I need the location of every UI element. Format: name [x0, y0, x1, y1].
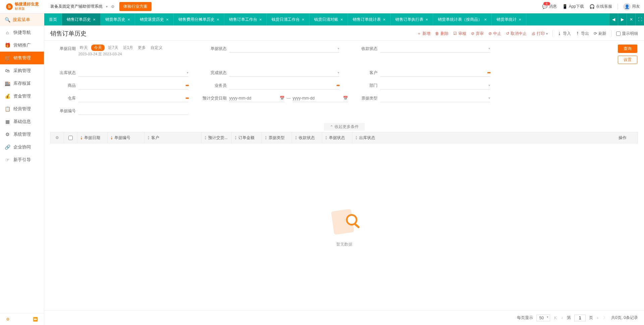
tab[interactable]: 钱货日清工作台✕ — [267, 13, 309, 25]
refresh-button[interactable]: ⟳刷新 — [594, 31, 606, 37]
sidebar-item[interactable]: 💰资金管理 — [0, 90, 44, 103]
export-button[interactable]: ⭱导出 — [576, 31, 589, 37]
warehouse-picker[interactable]: ••• — [78, 94, 188, 102]
collapse-sidebar-icon[interactable]: ⏩ — [33, 317, 38, 322]
date-chip[interactable]: 更多 — [136, 45, 147, 51]
user-menu[interactable]: 👤 用友 — [623, 3, 640, 10]
close-icon[interactable]: ✕ — [166, 18, 169, 21]
salesman-picker[interactable]: ••• — [229, 81, 339, 89]
tab[interactable]: 销货单统计表（按商品）✕ — [433, 13, 492, 25]
doc-no-input[interactable] — [78, 107, 188, 115]
sidebar-item[interactable]: 🔗企业协同 — [0, 141, 44, 153]
settings-icon[interactable]: ⚙ — [6, 317, 10, 322]
product-picker[interactable]: ••• — [78, 81, 188, 89]
tab[interactable]: 销货单统计✕ — [492, 13, 526, 25]
close-icon[interactable]: ✕ — [259, 18, 262, 21]
doc-status-select[interactable]: ▾ — [229, 45, 339, 53]
close-icon[interactable]: ✕ — [519, 18, 521, 21]
setting-button[interactable]: 设置 — [618, 56, 637, 64]
online-service-link[interactable]: 🎧 在线客服 — [589, 4, 612, 9]
query-button[interactable]: 查询 — [618, 45, 637, 53]
date-chip[interactable]: 今天 — [91, 45, 105, 51]
sidebar-search[interactable]: 🔍 搜索菜单 — [0, 13, 44, 26]
close-icon[interactable]: ✕ — [93, 18, 96, 21]
next-page-button[interactable]: › — [596, 316, 599, 320]
abandon-button[interactable]: ⊘弃审 — [471, 31, 484, 37]
select-all[interactable] — [64, 132, 77, 143]
sidebar-item[interactable]: 📋经营管理 — [0, 103, 44, 115]
expect-date-from[interactable]: 📅 — [229, 94, 285, 102]
date-chip[interactable]: 昨天 — [78, 45, 89, 51]
close-icon[interactable]: ✕ — [127, 18, 130, 21]
dept-select[interactable]: ▾ — [380, 81, 490, 89]
tab[interactable]: 首页 — [44, 13, 62, 25]
date-chip[interactable]: 自定义 — [149, 45, 164, 51]
industry-plan-button[interactable]: 体验行业方案 — [119, 2, 152, 11]
tab[interactable]: 销售订单历史✕ — [62, 13, 101, 25]
print-button[interactable]: 🖨打印 ▾ — [531, 31, 548, 37]
unstop-button[interactable]: ↺取消中止 — [506, 31, 527, 37]
tab[interactable]: 销售费用分摊单历史✕ — [174, 13, 224, 25]
tab-fullscreen[interactable]: ⛶ — [635, 13, 644, 25]
out-status-select[interactable]: ▾ — [78, 69, 188, 77]
table-column[interactable]: ▲▼单据编号 — [108, 132, 144, 143]
tab[interactable]: 销货退货历史✕ — [135, 13, 174, 25]
table-column[interactable]: ▲▼票据类型 — [262, 132, 292, 143]
tab-scroll-left[interactable]: ◀ — [609, 13, 618, 25]
prev-page-button[interactable]: ‹ — [561, 316, 564, 320]
ticket-type-select[interactable]: ▾ — [380, 94, 490, 102]
page-input[interactable] — [574, 315, 586, 321]
table-column[interactable]: ▲▼预计交货... — [201, 132, 232, 143]
tab[interactable]: 钱货日清对账✕ — [309, 13, 348, 25]
table-column[interactable]: ▲▼单据状态 — [322, 132, 352, 143]
column-settings[interactable]: ⚙ — [51, 132, 64, 143]
messages-link[interactable]: 💬 消息 — [542, 4, 557, 9]
customer-picker[interactable]: ••• — [380, 69, 490, 77]
date-to-input[interactable] — [293, 96, 343, 101]
sidebar-item[interactable]: 🎁营销推广 — [0, 39, 44, 52]
sidebar-item[interactable]: 🏬库存核算 — [0, 77, 44, 90]
table-column[interactable]: ▲▼单据日期 — [77, 132, 108, 143]
show-detail-checkbox[interactable] — [616, 31, 621, 36]
expect-date-to[interactable]: 📅 — [293, 94, 348, 102]
table-column[interactable]: ▲▼收款状态 — [292, 132, 322, 143]
app-download-link[interactable]: 📱 App下载 — [562, 4, 584, 9]
delete-button[interactable]: 🗑删除 — [435, 31, 449, 37]
table-column[interactable]: ▲▼订单金额 — [232, 132, 262, 143]
last-page-button[interactable]: 〉 — [602, 315, 608, 321]
tab[interactable]: 销售订单统计表✕ — [348, 13, 391, 25]
new-button[interactable]: ＋新增 — [417, 31, 430, 37]
tab[interactable]: 销货单历史✕ — [101, 13, 135, 25]
tab[interactable]: 销售订单工作台✕ — [224, 13, 267, 25]
collapse-filters-button[interactable]: ⌃收起更多条件 — [324, 123, 365, 131]
table-column[interactable]: ▲▼客户 — [144, 132, 201, 143]
date-from-input[interactable] — [229, 96, 280, 101]
close-icon[interactable]: ✕ — [383, 18, 386, 21]
tab[interactable]: 销售订单执行表✕ — [391, 13, 433, 25]
sidebar-item[interactable]: ⚙系统管理 — [0, 128, 44, 141]
close-icon[interactable]: ✕ — [484, 18, 487, 21]
tab-close-all[interactable]: ✕ — [627, 13, 635, 25]
sidebar-item[interactable]: 🛒销售管理 — [0, 52, 44, 64]
close-icon[interactable]: ✕ — [217, 18, 219, 21]
table-column[interactable]: ▲▼出库状态 — [352, 132, 453, 143]
sidebar-item[interactable]: 🛍采购管理 — [0, 64, 44, 77]
gear-icon[interactable]: ⚙ — [111, 4, 115, 9]
tab-scroll-right[interactable]: ▶ — [618, 13, 627, 25]
close-icon[interactable]: ✕ — [425, 18, 428, 21]
receipt-status-select[interactable]: ▾ — [380, 45, 490, 53]
show-detail-toggle[interactable]: 显示明细 — [616, 31, 638, 37]
stop-button[interactable]: ⊘中止 — [488, 31, 501, 37]
done-status-select[interactable]: ▾ — [229, 69, 339, 77]
import-button[interactable]: ⭳导入 — [558, 31, 571, 37]
sidebar-item[interactable]: ▦基础信息 — [0, 115, 44, 128]
audit-button[interactable]: ☑审核 — [453, 31, 466, 37]
close-icon[interactable]: ✕ — [302, 18, 304, 21]
system-selector[interactable]: 装备及固定资产辅助管理系统 ▾ ⚙ — [50, 4, 115, 9]
date-chip[interactable]: 近1月 — [122, 45, 135, 51]
page-size-select[interactable]: 50 — [536, 315, 550, 321]
date-chip[interactable]: 近7天 — [107, 45, 120, 51]
sidebar-item[interactable]: ⌂快捷导航 — [0, 26, 44, 39]
sidebar-item[interactable]: ☞新手引导 — [0, 153, 44, 166]
close-icon[interactable]: ✕ — [340, 18, 343, 21]
